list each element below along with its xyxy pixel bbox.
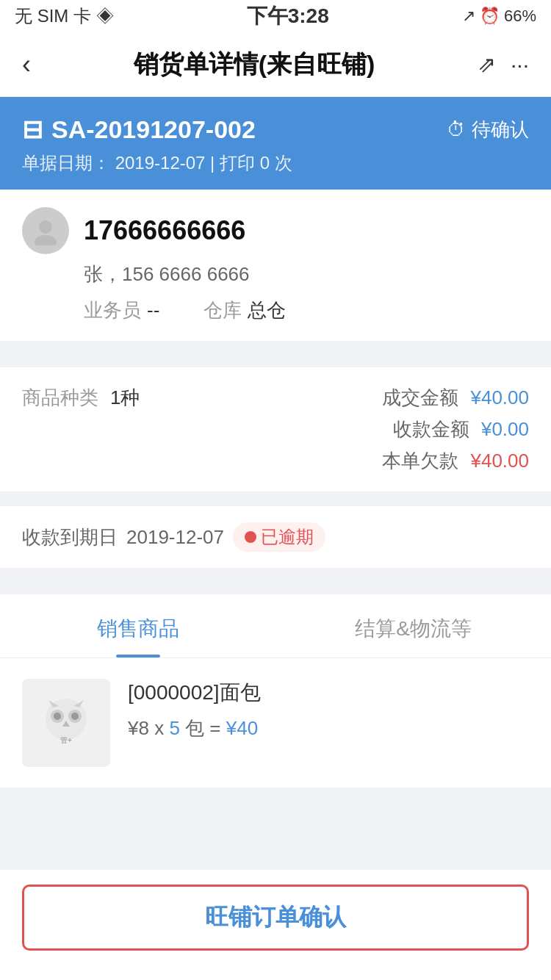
- customer-phone: 17666666666: [84, 215, 245, 246]
- product-type-label: 商品种类: [22, 385, 98, 411]
- warehouse-value: 总仓: [248, 298, 286, 323]
- due-date-value: 2019-12-07: [126, 526, 224, 549]
- product-price: ¥8 x 5 包 = ¥40: [128, 716, 529, 741]
- order-date: 单据日期： 2019-12-07 | 打印 0 次: [22, 151, 529, 175]
- deal-amount-value: ¥40.00: [470, 386, 529, 409]
- overdue-text: 已逾期: [261, 525, 314, 549]
- status-time: 下午3:28: [247, 2, 329, 30]
- svg-text:管+: 管+: [60, 736, 72, 744]
- avatar: [22, 207, 69, 254]
- deal-amount-label: 成交金额: [382, 385, 458, 411]
- product-list: 管+ [0000002]面包 ¥8 x 5 包 = ¥40: [0, 658, 551, 788]
- table-row: 管+ [0000002]面包 ¥8 x 5 包 = ¥40: [0, 658, 551, 788]
- deal-amount-row: 成交金额 ¥40.00: [382, 385, 529, 411]
- status-text: 待确认: [472, 117, 529, 143]
- due-date-label: 收款到期日: [22, 525, 118, 550]
- svg-point-5: [54, 713, 61, 720]
- product-name: [0000002]面包: [128, 679, 529, 707]
- status-clock-icon: ⏱: [447, 118, 466, 141]
- tabs-row: 销售商品 结算&物流等: [0, 594, 551, 658]
- product-thumb-inner: 管+: [33, 690, 99, 756]
- more-icon[interactable]: ···: [511, 52, 529, 77]
- salesperson-value: --: [147, 299, 159, 322]
- status-left: 无 SIM 卡 ◈: [15, 4, 114, 28]
- unit-price: ¥8: [128, 717, 149, 739]
- owed-row: 本单欠款 ¥40.00: [382, 448, 529, 474]
- order-id-text: SA-20191207-002: [51, 115, 256, 144]
- tab-sales-product[interactable]: 销售商品: [0, 594, 276, 657]
- summary-section: 商品种类 1种 成交金额 ¥40.00 收款金额 ¥0.00 本单欠款 ¥40.…: [0, 367, 551, 491]
- order-id: ⊟ SA-20191207-002: [22, 115, 256, 144]
- salesperson-label: 业务员: [84, 298, 141, 323]
- multiply-sign: x: [154, 717, 169, 739]
- product-total: ¥40: [226, 717, 258, 739]
- status-bar: 无 SIM 卡 ◈ 下午3:28 ↗ ⏰ 66%: [0, 0, 551, 32]
- page-title: 销货单详情(来自旺铺): [31, 48, 478, 82]
- back-button[interactable]: ‹: [22, 49, 31, 80]
- product-type-value: 1种: [110, 385, 140, 411]
- share-icon[interactable]: ⇗: [478, 51, 496, 77]
- nav-actions: ⇗ ···: [478, 51, 529, 77]
- due-section: 收款到期日 2019-12-07 已逾期: [0, 505, 551, 568]
- collected-value: ¥0.00: [481, 418, 529, 441]
- product-thumbnail: 管+: [22, 679, 110, 767]
- product-unit: 包: [185, 717, 204, 739]
- summary-left: 商品种类 1种: [22, 385, 140, 411]
- battery-info: ↗ ⏰ 66%: [462, 7, 536, 26]
- salesperson-field: 业务员 --: [84, 298, 159, 323]
- product-qty: 5: [169, 717, 179, 739]
- separator-3: [0, 568, 551, 581]
- overdue-badge: 已逾期: [233, 522, 325, 552]
- summary-right: 成交金额 ¥40.00 收款金额 ¥0.00 本单欠款 ¥40.00: [382, 385, 529, 474]
- confirm-order-button[interactable]: 旺铺订单确认: [22, 884, 529, 951]
- overdue-dot-icon: [245, 531, 256, 543]
- customer-section: 17666666666 张，156 6666 6666 业务员 -- 仓库 总仓: [0, 190, 551, 341]
- bottom-bar: 旺铺订单确认: [0, 870, 551, 980]
- warehouse-field: 仓库 总仓: [204, 298, 286, 323]
- product-info: [0000002]面包 ¥8 x 5 包 = ¥40: [128, 679, 529, 741]
- sim-status: 无 SIM 卡 ◈: [15, 4, 114, 28]
- owed-label: 本单欠款: [382, 448, 458, 474]
- warehouse-label: 仓库: [204, 298, 242, 323]
- tab-settlement-logistics[interactable]: 结算&物流等: [276, 594, 551, 657]
- order-id-icon: ⊟: [22, 115, 43, 144]
- customer-meta: 业务员 -- 仓库 总仓: [22, 298, 529, 323]
- equals-sign: =: [209, 717, 226, 739]
- status-right: ↗ ⏰ 66%: [462, 7, 536, 26]
- order-header-top: ⊟ SA-20191207-002 ⏱ 待确认: [22, 115, 529, 144]
- collected-label: 收款金额: [393, 417, 469, 442]
- svg-point-6: [71, 713, 79, 720]
- svg-point-1: [35, 235, 57, 245]
- customer-top: 17666666666: [22, 207, 529, 254]
- tabs-section: 销售商品 结算&物流等: [0, 594, 551, 788]
- order-header: ⊟ SA-20191207-002 ⏱ 待确认 单据日期： 2019-12-07…: [0, 97, 551, 190]
- customer-name: 张，156 6666 6666: [22, 262, 529, 287]
- owed-value: ¥40.00: [470, 450, 529, 472]
- collected-row: 收款金额 ¥0.00: [393, 417, 529, 442]
- nav-bar: ‹ 销货单详情(来自旺铺) ⇗ ···: [0, 32, 551, 97]
- separator-2: [0, 491, 551, 492]
- svg-point-0: [39, 220, 52, 234]
- order-status: ⏱ 待确认: [447, 117, 529, 143]
- separator-1: [0, 341, 551, 354]
